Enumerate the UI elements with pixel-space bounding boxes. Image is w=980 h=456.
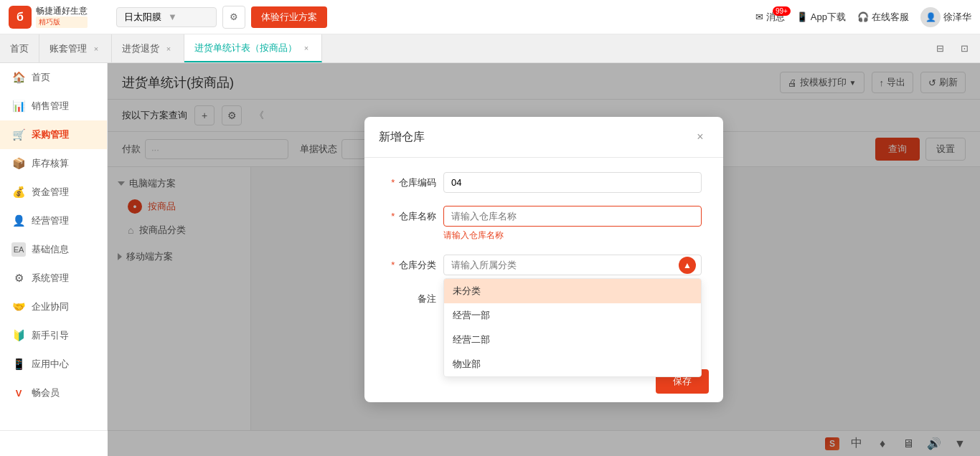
sidebar-basic-label: 基础信息 — [32, 243, 69, 256]
headphone-icon: 🎧 — [857, 11, 869, 22]
sidebar-app-center-label: 应用中心 — [32, 358, 69, 371]
sidebar-item-system[interactable]: ⚙ 系统管理 — [0, 264, 107, 293]
tab-home[interactable]: 首页 — [0, 34, 39, 62]
app-icon: 📱 — [796, 11, 808, 22]
tab-home-label: 首页 — [10, 42, 29, 55]
enterprise-icon: 🤝 — [11, 300, 26, 314]
name-input[interactable] — [443, 206, 702, 227]
code-input[interactable] — [443, 172, 702, 193]
store-dropdown-arrow: ▼ — [168, 11, 209, 22]
tab-accounts[interactable]: 账套管理 × — [39, 34, 112, 62]
basic-icon: EA — [11, 242, 26, 257]
sidebar-enterprise-label: 企业协同 — [32, 300, 69, 313]
sidebar-item-operation[interactable]: 👤 经营管理 — [0, 206, 107, 235]
online-service-button[interactable]: 🎧 在线客服 — [857, 11, 909, 24]
category-toggle-button[interactable]: ▲ — [679, 257, 696, 274]
user-avatar: 👤 — [920, 7, 941, 27]
tab-purchase-stats-label: 进货单统计表（按商品） — [194, 42, 297, 54]
modal-overlay: 新增仓库 × * 仓库编码 — [108, 63, 980, 456]
vip-icon: V — [11, 386, 26, 400]
code-required-star: * — [391, 177, 395, 188]
sidebar-item-home[interactable]: 🏠 首页 — [0, 63, 107, 92]
category-input-wrap: ▲ 未分类 经营一部 经营二部 物业部 — [443, 255, 702, 275]
sidebar-item-basic[interactable]: EA 基础信息 — [0, 235, 107, 264]
sidebar-system-label: 系统管理 — [32, 272, 69, 285]
tab-minimize-button[interactable]: ⊟ — [930, 39, 950, 59]
operation-icon: 👤 — [11, 214, 26, 228]
sidebar-operation-label: 经营管理 — [32, 214, 69, 227]
category-dropdown: 未分类 经营一部 经营二部 物业部 — [443, 278, 702, 377]
store-name: 日太阳膜 — [124, 11, 165, 24]
home-icon: 🏠 — [11, 70, 26, 85]
inventory-icon: 📦 — [11, 156, 26, 171]
tab-purchase-stats[interactable]: 进货单统计表（按商品） × — [184, 34, 322, 62]
logo-badge: 精巧版 — [36, 16, 88, 28]
system-icon: ⚙ — [11, 271, 26, 285]
sidebar-item-purchase[interactable]: 🛒 采购管理 — [0, 120, 107, 149]
sidebar-item-vip[interactable]: V 畅会员 — [0, 379, 107, 407]
app-center-icon: 📱 — [11, 357, 26, 371]
name-row: * 仓库名称 请输入仓库名称 — [386, 206, 702, 242]
modal-body: * 仓库编码 * 仓库名称 — [364, 158, 723, 361]
store-selector[interactable]: 日太阳膜 ▼ — [116, 7, 217, 27]
trial-button[interactable]: 体验行业方案 — [251, 6, 327, 28]
sales-icon: 📊 — [11, 99, 26, 113]
sidebar-item-sales[interactable]: 📊 销售管理 — [0, 92, 107, 120]
modal-header: 新增仓库 × — [364, 117, 723, 158]
name-input-wrap: 请输入仓库名称 — [443, 206, 702, 242]
dropdown-item-uncategorized[interactable]: 未分类 — [444, 279, 701, 303]
name-error-message: 请输入仓库名称 — [443, 229, 702, 242]
category-label: * 仓库分类 — [386, 255, 443, 272]
messages-badge: 99+ — [773, 6, 791, 16]
dropdown-item-property[interactable]: 物业部 — [444, 352, 701, 376]
tab-accounts-label: 账套管理 — [50, 42, 87, 55]
logo-text: 畅捷通好生意 — [36, 6, 88, 17]
sidebar-inventory-label: 库存核算 — [32, 157, 69, 170]
sidebar-purchase-label: 采购管理 — [32, 128, 69, 141]
online-service-label: 在线客服 — [872, 11, 909, 24]
tab-bar: 首页 账套管理 × 进货退货 × 进货单统计表（按商品） × ⊟ ⊡ — [0, 34, 980, 63]
tab-accounts-close[interactable]: × — [91, 44, 101, 54]
sidebar-item-guide[interactable]: 🔰 新手引导 — [0, 321, 107, 350]
sidebar-item-inventory[interactable]: 📦 库存核算 — [0, 149, 107, 178]
user-profile[interactable]: 👤 徐泽华 — [920, 7, 971, 27]
sidebar-item-enterprise[interactable]: 🤝 企业协同 — [0, 293, 107, 321]
tab-purchase-return-label: 进货退货 — [122, 42, 159, 55]
content-area: 进货单统计(按商品) 🖨 按模板打印 ▼ ↑ 导出 ↺ 刷新 按以下方案查询 — [108, 63, 980, 456]
sidebar-home-label: 首页 — [32, 71, 50, 84]
code-label: * 仓库编码 — [386, 172, 443, 189]
tab-purchase-return-close[interactable]: × — [164, 44, 174, 54]
dropdown-item-dept1[interactable]: 经营一部 — [444, 303, 701, 328]
tab-purchase-return[interactable]: 进货退货 × — [112, 34, 184, 62]
modal-close-button[interactable]: × — [692, 128, 709, 146]
messages-button[interactable]: ✉ 消息 99+ — [755, 11, 785, 24]
top-right-area: ✉ 消息 99+ 📱 App下载 🎧 在线客服 👤 徐泽华 — [755, 7, 971, 27]
guide-icon: 🔰 — [11, 328, 26, 343]
message-icon: ✉ — [755, 11, 763, 22]
user-name: 徐泽华 — [943, 11, 971, 24]
modal-title: 新增仓库 — [379, 130, 425, 145]
name-required-star: * — [391, 211, 395, 222]
name-label: * 仓库名称 — [386, 206, 443, 223]
sidebar-item-app-center[interactable]: 📱 应用中心 — [0, 350, 107, 379]
dropdown-item-dept2[interactable]: 经营二部 — [444, 328, 701, 352]
tab-actions: ⊟ ⊡ — [930, 34, 980, 62]
finance-icon: 💰 — [11, 185, 26, 199]
category-required-star: * — [391, 260, 395, 270]
purchase-icon: 🛒 — [11, 128, 26, 142]
app-download-button[interactable]: 📱 App下载 — [796, 11, 846, 24]
settings-icon[interactable]: ⚙ — [222, 6, 245, 29]
app-download-label: App下载 — [811, 11, 846, 24]
tab-purchase-stats-close[interactable]: × — [301, 43, 311, 53]
sidebar-finance-label: 资金管理 — [32, 186, 69, 199]
remark-label: 备注 — [386, 288, 443, 305]
sidebar: 🏠 首页 📊 销售管理 🛒 采购管理 📦 库存核算 💰 资金管理 👤 经营管理 … — [0, 63, 108, 456]
sidebar-item-finance[interactable]: 💰 资金管理 — [0, 178, 107, 206]
category-row: * 仓库分类 ▲ 未分类 经营一部 经营二部 物业部 — [386, 255, 702, 275]
tab-expand-button[interactable]: ⊡ — [954, 39, 974, 59]
code-row: * 仓库编码 — [386, 172, 702, 193]
sidebar-sales-label: 销售管理 — [32, 100, 69, 113]
category-input[interactable] — [443, 255, 702, 275]
code-input-wrap — [443, 172, 702, 193]
logo-area: б 畅捷通好生意 精巧版 — [9, 6, 116, 29]
